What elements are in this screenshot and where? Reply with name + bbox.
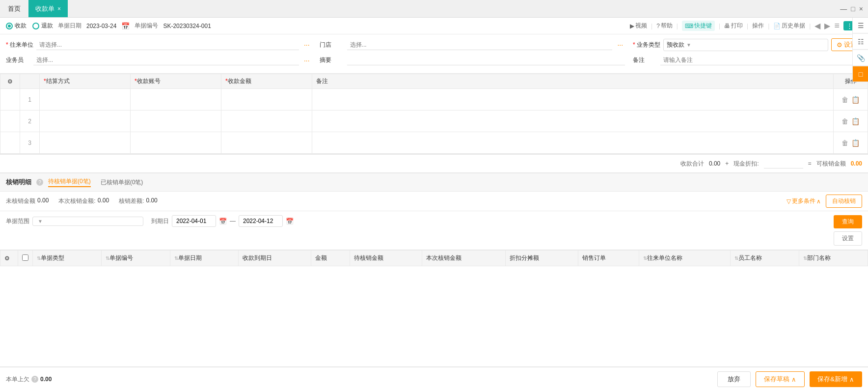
history-label: 历史单据 [782,22,805,30]
row3-payment-method-cell[interactable] [40,132,131,154]
due-date-label: 到期日 [151,217,169,225]
counter-party-more-icon[interactable]: ··· [302,41,312,49]
staff-more-icon[interactable]: ··· [302,56,312,64]
print-button[interactable]: 🖶 打印 [724,22,743,30]
range-filter-field: 单据范围 ▼ [6,217,143,226]
help-label: 帮助 [661,22,673,30]
row2-payment-method-cell[interactable] [40,111,131,132]
store-input[interactable] [347,40,613,50]
minimize-button[interactable]: — [840,5,847,13]
bottom-table-pending-col: 待核销金额 [350,251,422,266]
date-to-input[interactable] [239,215,283,227]
unverified-label: 未核销金额 [6,197,35,205]
row2-delete-icon[interactable]: 🗑 [841,117,848,125]
summary-input[interactable] [347,55,625,65]
bottom-settings-button[interactable]: 设置 [834,231,862,246]
form-row-1: * 往来单位 ··· 门店 ··· * 业务类型 预收款 ▼ [6,38,862,51]
radio-refund[interactable]: 退款 [32,22,53,30]
row1-copy-icon[interactable]: 📋 [851,96,860,104]
row1-amount-cell[interactable] [221,89,312,111]
tab-home-label: 首页 [8,4,21,13]
nav-prev-icon[interactable]: ◀ [814,21,820,30]
sidebar-attach-icon[interactable]: 📎 [853,50,868,66]
form-row-2: 业务员 ··· 摘要 备注 [6,55,862,65]
tab-home[interactable]: 首页 [0,0,28,17]
row1-delete-icon[interactable]: 🗑 [841,96,848,104]
done-tab[interactable]: 已核销单据(0笔) [101,178,143,187]
row3-delete-icon[interactable]: 🗑 [841,139,848,147]
info-circle-icon[interactable]: ? [31,376,38,383]
row1-account-cell[interactable] [130,89,221,111]
footer-info: 本单上欠 ? 0.00 [6,375,52,384]
abandon-button[interactable]: 放弃 [717,371,751,387]
sidebar-table-icon[interactable]: ☰ [853,18,868,33]
row3-copy-icon[interactable]: 📋 [851,139,860,147]
date-value[interactable]: 2023-03-24 [86,23,116,29]
sidebar-grid-icon[interactable]: ☷ [853,34,868,50]
bottom-table-staff-col: ⇅员工名称 [731,251,799,266]
footer-buttons: 放弃 保存草稿 ∧ 保存&新增 ∧ [717,371,862,387]
shortcut-button[interactable]: ⌨ 快捷键 [682,21,715,31]
row3-seq-cell: 3 [20,132,40,154]
store-more-icon[interactable]: ··· [615,41,625,49]
table-settings-col-header[interactable]: ⚙ [0,74,20,89]
draft-label: 保存草稿 [764,375,789,384]
window-close-button[interactable]: × [859,5,863,13]
table-seq-col-header [20,74,40,89]
range-select[interactable]: ▼ [32,217,143,226]
counter-party-input[interactable] [36,40,299,50]
right-sidebar: ☰ ☷ 📎 □ [852,18,868,82]
equals-sign: = [808,160,812,167]
date-from-input[interactable] [172,215,216,227]
date-range-field: 到期日 📅 — 📅 [151,215,294,227]
staff-input[interactable] [33,55,299,65]
help-button[interactable]: ? 帮助 [656,22,673,30]
sidebar-expand-icon[interactable]: □ [853,66,868,82]
remark-input[interactable] [660,55,862,65]
calendar-from-icon[interactable]: 📅 [219,218,227,225]
diff-value: 0.00 [146,197,157,205]
query-button[interactable]: 查询 [834,215,862,228]
save-new-button[interactable]: 保存&新增 ∧ [810,371,862,387]
store-label: 门店 [320,41,344,49]
row2-amount-cell[interactable] [221,111,312,132]
operations-button[interactable]: 操作 [752,22,764,30]
date-label: 单据日期 [58,22,81,30]
radio-receipt[interactable]: 收款 [6,22,27,30]
save-new-label: 保存&新增 [817,375,847,384]
nav-next-icon[interactable]: ▶ [824,21,830,30]
business-type-select[interactable]: 预收款 ▼ [663,39,828,51]
row3-account-cell[interactable] [130,132,221,154]
chevron-down-icon: ▼ [686,42,691,48]
offset-info-icon[interactable]: ? [36,179,43,186]
list-icon[interactable]: ≡ [834,21,840,31]
row1-payment-method-cell[interactable] [40,89,131,111]
row1-remark-cell[interactable] [312,89,833,111]
maximize-button[interactable]: □ [851,5,855,13]
auto-offset-button[interactable]: 自动核销 [826,195,862,208]
operations-label: 操作 [752,22,764,30]
row2-account-cell[interactable] [130,111,221,132]
bottom-table-checkbox-col[interactable] [18,251,33,266]
tab-close-icon[interactable]: × [57,5,61,12]
row2-copy-icon[interactable]: 📋 [851,117,860,125]
video-button[interactable]: ▶ 视频 [630,22,647,30]
history-button[interactable]: 📄 历史单据 [773,22,805,30]
calendar-to-icon[interactable]: 📅 [286,218,294,225]
row3-amount-cell[interactable] [221,132,312,154]
discount-input[interactable] [764,159,803,168]
tab-receipt[interactable]: 收款单 × [28,0,68,17]
chevron-up-icon: ∧ [816,198,821,205]
total-value: 0.00 [709,160,720,167]
pending-tab[interactable]: 待核销单据(0笔) [48,177,91,187]
draft-button[interactable]: 保存草稿 ∧ [756,371,805,387]
more-conditions-btn[interactable]: ▽ 更多条件 ∧ [787,197,821,205]
bottom-table-settings-col[interactable]: ⚙ [0,251,18,266]
calendar-icon[interactable]: 📅 [121,22,130,30]
select-all-checkbox[interactable] [22,254,28,261]
row2-remark-cell[interactable] [312,111,833,132]
bottom-table-amount-col: 金额 [311,251,350,266]
staff-field: 业务员 ··· [6,55,312,65]
row3-remark-cell[interactable] [312,132,833,154]
bottom-table-sales-order-col: 销售订单 [578,251,639,266]
